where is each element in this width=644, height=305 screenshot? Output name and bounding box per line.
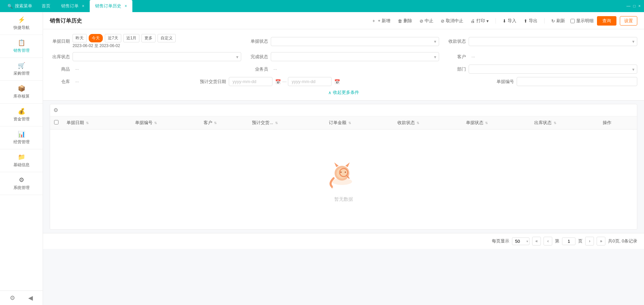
display-dense-checkbox[interactable] [570,19,575,23]
table-settings-icon[interactable]: ⚙ [53,107,58,113]
search-area[interactable]: 🔍 搜索菜单 [3,3,36,9]
sort-no-icon[interactable]: ⇅ [154,121,157,125]
tab-sales-history-close[interactable]: × [125,4,127,8]
col-amount: 订单金额 ⇅ [325,116,393,129]
filter-row-3: 商品 ··· 业务员 ··· 部门 [50,65,637,74]
delivery-status-select[interactable] [73,52,241,61]
basic-info-icon: 📁 [18,153,25,161]
page-label-post: 页 [578,238,583,244]
date-btn-custom[interactable]: 自定义 [158,34,176,42]
minimize-button[interactable]: — [627,4,631,8]
sort-date-icon[interactable]: ⇅ [86,121,89,125]
complete-status-select[interactable] [271,52,439,61]
page-header: 销售订单历史 ＋ + 新增 🗑 删除 ⊘ 中止 ⊘ [43,12,644,29]
refresh-button[interactable]: ↻ 刷新 [549,16,567,25]
export-button[interactable]: ⬆ 导出 [522,16,540,25]
close-button[interactable]: × [638,4,641,8]
svg-point-8 [345,171,346,173]
date-btn-today[interactable]: 今天 [89,34,103,42]
delete-button[interactable]: 🗑 删除 [396,16,414,25]
toolbar: ＋ + 新增 🗑 删除 ⊘ 中止 ⊘ 取消中止 [370,16,637,26]
collapse-label: 收起更多条件 [333,89,359,96]
print-icon: 🖨 [471,18,475,24]
sort-order-status-icon[interactable]: ⇅ [485,121,488,125]
window-controls: — □ × [627,4,641,8]
date-btn-more[interactable]: 更多 [141,34,156,42]
next-page-button[interactable]: › [585,237,594,245]
print-button[interactable]: 🖨 打印 ▾ [469,16,491,25]
settings-bottom-icon[interactable]: ⚙ [10,294,15,302]
sort-expected-icon[interactable]: ⇅ [275,121,278,125]
page-size-select[interactable]: 10 20 50 100 [512,237,529,245]
sidebar-item-finance[interactable]: 💰 资金管理 [0,104,43,126]
sidebar-item-operations[interactable]: 📊 经营管理 [0,126,43,149]
settings-button[interactable]: 设置 [620,16,637,26]
tab-home[interactable]: 首页 [36,0,56,12]
inventory-icon: 📦 [18,85,25,92]
date-btn-1month[interactable]: 近1月 [123,34,140,42]
query-button[interactable]: 查询 [597,16,616,26]
col-date: 单据日期 ⇅ [62,116,131,129]
new-button[interactable]: ＋ + 新增 [370,16,392,25]
sort-amount-icon[interactable]: ⇅ [348,121,351,125]
collapse-button[interactable]: ∧ 收起更多条件 [50,89,637,96]
collapse-sidebar-icon[interactable]: ◀ [28,294,33,302]
tab-bar: 首页 销售订单 × 销售订单历史 × [36,0,627,12]
sidebar-item-quick-nav[interactable]: ⚡ 快捷导航 [0,12,43,35]
import-button[interactable]: ⬇ 导入 [501,16,518,25]
tab-sales-order[interactable]: 销售订单 × [56,0,90,12]
date-btn-7days[interactable]: 近7天 [105,34,121,42]
maximize-button[interactable]: □ [633,4,636,8]
expected-date-label: 预计交货日期 [200,79,226,85]
sidebar: ⚡ 快捷导航 📋 销售管理 🛒 采购管理 📦 库存核算 💰 资金管理 📊 经营管… [0,12,43,305]
department-label: 部门 [446,66,466,72]
last-page-button[interactable]: » [597,237,605,245]
filter-row-1: 单据日期 昨天 今天 近7天 近1月 更多 自定义 2023-06-02 [50,34,637,49]
tab-home-label: 首页 [42,3,50,9]
first-page-button[interactable]: « [532,237,541,245]
sidebar-item-sys-mgmt[interactable]: ⚙ 系统管理 [0,172,43,195]
cal-icon-end[interactable]: 📅 [334,79,340,84]
department-select[interactable] [469,65,637,74]
warehouse-picker[interactable]: ··· [73,79,82,84]
page-title-row: 销售订单历史 ＋ + 新增 🗑 删除 ⊘ 中止 ⊘ [50,16,637,26]
stop-button[interactable]: ⊘ 中止 [418,16,435,25]
customer-picker[interactable]: ··· [469,54,478,59]
tab-sales-order-close[interactable]: × [82,4,84,8]
sidebar-item-basic-info[interactable]: 📁 基础信息 [0,149,43,172]
page-size-label: 每页显示 [492,238,509,244]
prev-page-button[interactable]: ‹ [544,237,552,245]
expected-date-start[interactable] [229,77,272,86]
display-dense-toggle[interactable]: 显示明细 [570,18,594,24]
sidebar-item-sales-mgmt[interactable]: 📋 销售管理 [0,35,43,58]
filter-delivery-status: 出库状态 [50,52,241,61]
pagination-bar: 每页显示 10 20 50 100 « ‹ 第 页 › » 共0页, 0条记录 [43,233,644,249]
stop-icon: ⊘ [420,18,423,24]
salesperson-picker[interactable]: ··· [271,67,280,72]
sidebar-item-label: 库存核算 [13,93,30,99]
cal-icon-start[interactable]: 📅 [275,79,281,84]
tab-sales-history[interactable]: 销售订单历史 × [90,0,132,12]
page-input[interactable] [562,237,575,245]
col-order-status: 单据状态 ⇅ [462,116,530,129]
page-size-wrap: 10 20 50 100 [512,237,529,245]
col-checkbox [50,116,62,129]
search-label: 搜索菜单 [15,3,32,9]
sidebar-item-inventory[interactable]: 📦 库存核算 [0,81,43,104]
sort-payment-icon[interactable]: ⇅ [417,121,419,125]
cancel-stop-button[interactable]: ⊘ 取消中止 [439,16,465,25]
sort-customer-icon[interactable]: ⇅ [214,121,217,125]
order-status-select[interactable] [271,37,439,46]
collapse-up-icon: ∧ [328,90,332,95]
search-menu[interactable]: 🔍 搜索菜单 [7,3,32,9]
payment-status-select[interactable] [469,37,637,46]
sort-delivery-icon[interactable]: ⇅ [554,121,556,125]
sales-mgmt-icon: 📋 [18,39,25,46]
product-picker[interactable]: ··· [73,67,82,72]
expected-date-end[interactable] [288,77,332,86]
date-btn-yesterday[interactable]: 昨天 [73,34,87,42]
order-no-input[interactable] [517,77,637,86]
select-all-checkbox[interactable] [54,120,58,124]
new-icon: ＋ [372,18,376,24]
sidebar-item-purchase-mgmt[interactable]: 🛒 采购管理 [0,58,43,81]
